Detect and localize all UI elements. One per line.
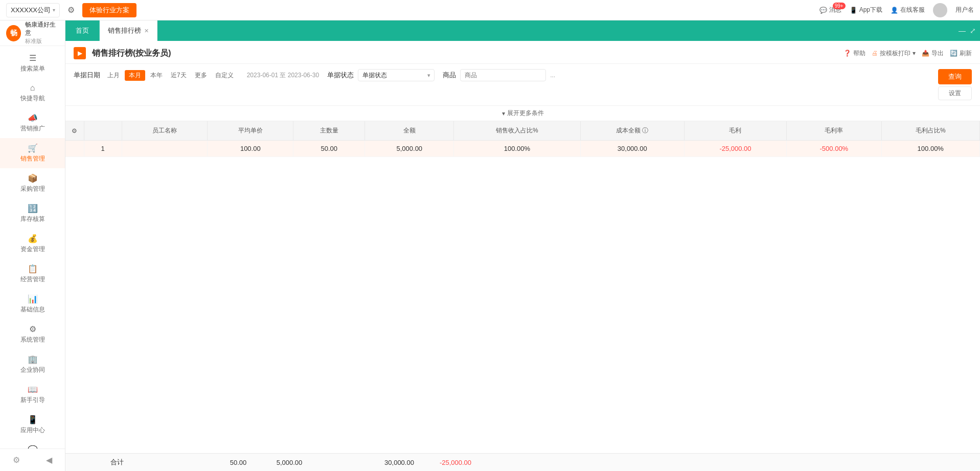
cell-total: 5,000.00 — [365, 141, 454, 157]
date-filter: 单据日期 上月 本月 本年 近7天 更多 自定义 — [74, 70, 237, 81]
tab-maximize-icon[interactable]: ⤢ — [970, 27, 976, 35]
query-button[interactable]: 查询 — [938, 69, 972, 84]
date-tab-last-month[interactable]: 上月 — [104, 70, 123, 81]
template-print-button[interactable]: 🖨 按模板打印 ▾ — [872, 49, 916, 58]
footer-total-label: 合计 — [110, 458, 162, 467]
date-filter-label: 单据日期 — [74, 71, 100, 80]
th-quantity: 主数量 — [293, 121, 365, 141]
footer-total: 5,000.00 — [264, 459, 315, 466]
status-filter: 单据状态 单据状态 — [327, 69, 435, 81]
help-label: 帮助 — [853, 49, 865, 58]
refresh-icon: 🔄 — [950, 50, 958, 57]
wechat-icon: 💬 — [28, 445, 38, 448]
date-tab-more[interactable]: 更多 — [192, 70, 210, 81]
data-table: ⚙ 员工名称 平均单价 主数量 全额 销售收入占比% 成本全额 ⓘ 毛利 毛利率… — [65, 121, 980, 157]
chevron-down-icon: ▾ — [53, 7, 55, 13]
sidebar-label-finance: 资金管理 — [20, 245, 45, 254]
trial-button[interactable]: 体验行业方案 — [82, 3, 136, 17]
th-employee: 员工名称 — [122, 121, 208, 141]
search-order-icon: ☰ — [29, 53, 36, 63]
status-select[interactable]: 单据状态 — [358, 69, 435, 81]
tab-close-icon[interactable]: ✕ — [144, 28, 149, 34]
status-select-wrapper: 单据状态 — [358, 69, 435, 81]
date-tab-current-month[interactable]: 本月 — [125, 70, 145, 81]
cell-gross-pct: 100.00% — [881, 141, 979, 157]
export-button[interactable]: 📤 导出 — [922, 49, 944, 58]
sidebar-settings-button[interactable]: ⚙ — [9, 453, 24, 467]
filter-and-query: 单据日期 上月 本月 本年 近7天 更多 自定义 — [74, 69, 972, 100]
table-row: 1 100.00 50.00 5,000.00 100.00% 30,000.0… — [65, 141, 980, 157]
avatar[interactable] — [933, 3, 947, 17]
sidebar-label-quick-nav: 快捷导航 — [20, 94, 45, 103]
cell-gross: -25,000.00 — [684, 141, 786, 157]
help-button[interactable]: ❓ 帮助 — [844, 49, 865, 58]
sidebar-item-basic-info[interactable]: 📊 基础信息 — [0, 289, 65, 319]
goods-input[interactable] — [460, 69, 546, 81]
tab-home[interactable]: 首页 — [65, 20, 100, 41]
date-tab-7days[interactable]: 近7天 — [168, 70, 190, 81]
table-header-row: ⚙ 员工名称 平均单价 主数量 全额 销售收入占比% 成本全额 ⓘ 毛利 毛利率… — [65, 121, 980, 141]
filter-row: 单据日期 上月 本月 本年 近7天 更多 自定义 — [74, 69, 938, 81]
status-filter-label: 单据状态 — [327, 71, 354, 80]
service-label: 在线客服 — [900, 6, 925, 14]
tab-sales-rank[interactable]: 销售排行榜 ✕ — [100, 20, 157, 41]
cell-settings — [65, 141, 84, 157]
purchase-icon: 📦 — [28, 173, 38, 183]
company-selector[interactable]: XXXXXX公司 ▾ — [6, 3, 60, 17]
logo-icon: 畅 — [6, 25, 21, 41]
query-area: 查询 设置 — [938, 69, 972, 100]
sidebar-item-purchase[interactable]: 📦 采购管理 — [0, 168, 65, 198]
page-header: ▶ 销售排行榜(按业务员) ❓ 帮助 🖨 按模板打印 ▾ 📤 — [65, 41, 980, 64]
sidebar-item-marketing[interactable]: 📣 营销推广 — [0, 108, 65, 138]
sidebar-collapse-button[interactable]: ◀ — [42, 453, 56, 467]
sidebar-item-quick-nav[interactable]: ⌂ 快捷导航 — [0, 78, 65, 108]
app-download-button[interactable]: 📱 App下载 — [850, 6, 882, 14]
th-gross: 毛利 — [684, 121, 786, 141]
filters-main: 单据日期 上月 本月 本年 近7天 更多 自定义 — [74, 69, 938, 81]
settings-icon[interactable]: ⚙ — [64, 3, 78, 17]
settings-button[interactable]: 设置 — [938, 86, 972, 100]
th-settings[interactable]: ⚙ — [65, 121, 84, 141]
template-print-label: 按模板打印 — [880, 49, 910, 58]
th-total: 全额 — [365, 121, 454, 141]
page-actions: ❓ 帮助 🖨 按模板打印 ▾ 📤 导出 🔄 刷新 — [844, 49, 972, 58]
th-sales-pct: 销售收入占比% — [454, 121, 581, 141]
sidebar-item-wechat[interactable]: 💬 企业微信 — [0, 440, 65, 448]
sidebar-item-operation[interactable]: 📋 经营管理 — [0, 259, 65, 289]
tab-sales-rank-label: 销售排行榜 — [108, 26, 141, 35]
goods-more-btn[interactable]: ... — [550, 72, 555, 79]
sidebar-item-finance[interactable]: 💰 资金管理 — [0, 229, 65, 259]
template-dropdown-icon: ▾ — [913, 50, 916, 57]
expand-conditions-label: 展开更多条件 — [507, 109, 544, 118]
sidebar-item-system[interactable]: ⚙ 系统管理 — [0, 319, 65, 349]
sidebar-item-search-order[interactable]: ☰ 搜索菜单 — [0, 48, 65, 78]
sidebar-item-app-center[interactable]: 📱 应用中心 — [0, 410, 65, 440]
cell-gross-rate: -500.00% — [787, 141, 881, 157]
cell-sales-pct: 100.00% — [454, 141, 581, 157]
date-tab-custom[interactable]: 自定义 — [212, 70, 237, 81]
tab-minimize-icon[interactable]: — — [959, 27, 966, 35]
finance-icon: 💰 — [28, 234, 38, 243]
sidebar-item-enterprise[interactable]: 🏢 企业协同 — [0, 349, 65, 379]
online-service-button[interactable]: 👤 在线客服 — [891, 6, 925, 14]
sidebar-label-basic-info: 基础信息 — [20, 305, 45, 314]
expand-chevron-icon: ▾ — [502, 110, 505, 117]
sidebar-label-inventory: 库存核算 — [20, 215, 45, 223]
message-button[interactable]: 💬 消息 99+ — [819, 6, 841, 14]
expand-conditions-button[interactable]: ▾ 展开更多条件 — [502, 109, 544, 118]
date-tab-current-year[interactable]: 本年 — [147, 70, 166, 81]
sidebar-label-purchase: 采购管理 — [20, 185, 45, 193]
sidebar-item-sales[interactable]: 🛒 销售管理 — [0, 138, 65, 168]
page-back-button[interactable]: ▶ — [74, 47, 86, 59]
tab-bar: 首页 销售排行榜 ✕ — ⤢ — [65, 20, 980, 41]
sidebar-item-guide[interactable]: 📖 新手引导 — [0, 379, 65, 410]
operation-icon: 📋 — [28, 264, 38, 274]
user-name: 用户名 — [955, 6, 974, 14]
inventory-icon: 🔢 — [28, 204, 38, 213]
app-label: App下载 — [859, 6, 882, 14]
sidebar-label-marketing: 营销推广 — [20, 124, 45, 133]
quick-nav-icon: ⌂ — [30, 83, 35, 93]
refresh-button[interactable]: 🔄 刷新 — [950, 49, 972, 58]
sidebar-item-inventory[interactable]: 🔢 库存核算 — [0, 198, 65, 229]
date-tabs: 上月 本月 本年 近7天 更多 自定义 — [104, 70, 237, 81]
